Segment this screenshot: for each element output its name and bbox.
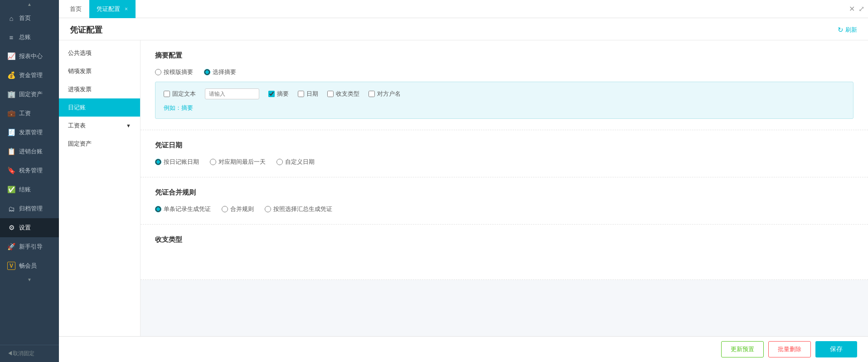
sidebar-item-settings[interactable]: ⚙ 设置: [0, 218, 59, 237]
radio-merge-rule[interactable]: 合并规则: [222, 205, 254, 213]
radio-choose-abstract-input[interactable]: [204, 69, 210, 75]
home-icon: ⌂: [7, 15, 15, 22]
radio-journal-date[interactable]: 按日记账日期: [155, 158, 199, 166]
left-nav-sales-invoice[interactable]: 销项发票: [59, 62, 140, 80]
sidebar-scroll-up[interactable]: ▲: [0, 0, 59, 9]
radio-template-abstract[interactable]: 按模版摘要: [155, 68, 193, 76]
refresh-button[interactable]: ↻ 刷新: [838, 26, 857, 34]
tab-close-icon[interactable]: ×: [125, 6, 128, 12]
refresh-icon: ↻: [838, 26, 844, 34]
merge-rules-section: 凭证合并规则 单条记录生成凭证 合并规则 按照选择汇总生成凭证: [141, 177, 868, 225]
voucher-date-title: 凭证日期: [155, 141, 853, 150]
abstract-config-row: 固定文本 摘要 日期: [164, 88, 845, 99]
sidebar-item-assets[interactable]: 🏢 固定资产: [0, 85, 59, 104]
sidebar-item-invoice-mgmt[interactable]: 🧾 发票管理: [0, 123, 59, 142]
left-nav: 公共选项 销项发票 进项发票 日记账 工资表 ▼ 固定资产: [59, 40, 141, 336]
left-nav-public[interactable]: 公共选项: [59, 44, 140, 62]
sidebar-item-purchase-sale[interactable]: 📋 进销台账: [0, 142, 59, 161]
page-header: 凭证配置 ↻ 刷新: [59, 18, 868, 40]
checkbox-income-type-input[interactable]: [327, 91, 334, 97]
radio-template-abstract-input[interactable]: [155, 69, 161, 75]
left-nav-purchase-invoice[interactable]: 进项发票: [59, 80, 140, 98]
sidebar-item-home[interactable]: ⌂ 首页: [0, 9, 59, 28]
checkbox-fixed-text-input[interactable]: [164, 91, 170, 97]
tab-bar: 首页 凭证配置 × ✕ ⤢: [59, 0, 868, 18]
batch-delete-button[interactable]: 批量删除: [768, 341, 811, 357]
capital-icon: 💰: [7, 71, 15, 79]
archive-icon: 🗂: [7, 205, 15, 213]
tab-voucher-config[interactable]: 凭证配置 ×: [89, 0, 136, 18]
bottom-bar: 更新预置 批量删除 保存: [59, 336, 868, 362]
radio-summary-generate[interactable]: 按照选择汇总生成凭证: [265, 205, 332, 213]
sidebar: ▲ ⌂ 首页 ≡ 总账 📈 报表中心 💰 资金管理 🏢 固定资产 💼 工资 🧾 …: [0, 0, 59, 362]
save-button[interactable]: 保存: [815, 341, 857, 357]
left-nav-payroll-table[interactable]: 工资表 ▼: [59, 117, 140, 135]
payroll-icon: 💼: [7, 109, 15, 117]
vip-icon: V: [7, 262, 15, 270]
radio-custom-date[interactable]: 自定义日期: [276, 158, 315, 166]
voucher-date-section: 凭证日期 按日记账日期 对应期间最后一天 自定义日期: [141, 130, 868, 177]
radio-single-record-input[interactable]: [155, 206, 161, 212]
radio-merge-rule-input[interactable]: [222, 206, 228, 212]
sidebar-item-capital[interactable]: 💰 资金管理: [0, 66, 59, 85]
sidebar-item-archive[interactable]: 🗂 归档管理: [0, 199, 59, 218]
sidebar-item-guide[interactable]: 🚀 新手引导: [0, 237, 59, 256]
checkbox-date-input[interactable]: [298, 91, 304, 97]
income-type-title: 收支类型: [155, 235, 853, 244]
sidebar-item-tax[interactable]: 🔖 税务管理: [0, 161, 59, 180]
fixed-text-input[interactable]: [205, 88, 259, 99]
main-area: 首页 凭证配置 × ✕ ⤢ 凭证配置 ↻ 刷新 公共选项: [59, 0, 868, 362]
tab-bar-actions: ✕ ⤢: [849, 5, 864, 13]
content-layout: 公共选项 销项发票 进项发票 日记账 工资表 ▼ 固定资产: [59, 40, 868, 336]
sidebar-scroll-down[interactable]: ▼: [0, 275, 59, 284]
left-nav-journal[interactable]: 日记账: [59, 98, 140, 117]
abstract-config-title: 摘要配置: [155, 51, 853, 60]
reports-icon: 📈: [7, 52, 15, 60]
chevron-down-icon: ▼: [126, 123, 131, 128]
radio-custom-date-input[interactable]: [276, 159, 283, 165]
abstract-config-box: 固定文本 摘要 日期: [155, 82, 853, 119]
purchase-sale-icon: 📋: [7, 147, 15, 156]
checkbox-abstract-input[interactable]: [268, 91, 275, 97]
merge-rules-radio-row: 单条记录生成凭证 合并规则 按照选择汇总生成凭证: [155, 205, 853, 213]
income-type-section: 收支类型: [141, 225, 868, 280]
abstract-config-section: 摘要配置 按模版摘要 选择摘要: [141, 40, 868, 130]
abstract-example-text: 例如：摘要: [164, 104, 845, 112]
update-preview-button[interactable]: 更新预置: [721, 341, 764, 357]
sidebar-item-ledger[interactable]: ≡ 总账: [0, 28, 59, 47]
radio-period-last-day-input[interactable]: [210, 159, 216, 165]
sidebar-item-reports[interactable]: 📈 报表中心: [0, 47, 59, 66]
guide-icon: 🚀: [7, 243, 15, 251]
merge-rules-title: 凭证合并规则: [155, 188, 853, 197]
settings-icon: ⚙: [7, 224, 15, 232]
page-title: 凭证配置: [70, 24, 102, 35]
radio-choose-abstract[interactable]: 选择摘要: [204, 68, 236, 76]
voucher-date-radio-row: 按日记账日期 对应期间最后一天 自定义日期: [155, 158, 853, 166]
checkbox-counterpart-input[interactable]: [369, 91, 375, 97]
page-content: 凭证配置 ↻ 刷新 公共选项 销项发票 进项发票 日记账: [59, 18, 868, 362]
checkbox-fixed-text[interactable]: 固定文本: [164, 90, 196, 98]
closing-icon: ✅: [7, 186, 15, 194]
checkbox-income-type[interactable]: 收支类型: [327, 90, 359, 98]
left-nav-fixed-assets[interactable]: 固定资产: [59, 135, 140, 153]
tab-home[interactable]: 首页: [63, 0, 89, 18]
checkbox-counterpart[interactable]: 对方户名: [369, 90, 401, 98]
tab-close-window-icon[interactable]: ✕: [849, 5, 855, 13]
sidebar-item-closing[interactable]: ✅ 结账: [0, 180, 59, 199]
radio-summary-generate-input[interactable]: [265, 206, 271, 212]
sidebar-item-vip[interactable]: V 畅会员: [0, 256, 59, 275]
radio-single-record[interactable]: 单条记录生成凭证: [155, 205, 211, 213]
tab-expand-icon[interactable]: ⤢: [858, 5, 864, 13]
sidebar-unpin-button[interactable]: ◀取消固定: [0, 345, 59, 362]
abstract-radio-row: 按模版摘要 选择摘要: [155, 68, 853, 76]
checkbox-abstract[interactable]: 摘要: [268, 90, 289, 98]
radio-journal-date-input[interactable]: [155, 159, 161, 165]
assets-icon: 🏢: [7, 90, 15, 98]
checkbox-date[interactable]: 日期: [298, 90, 318, 98]
invoice-mgmt-icon: 🧾: [7, 128, 15, 137]
radio-period-last-day[interactable]: 对应期间最后一天: [210, 158, 266, 166]
ledger-icon: ≡: [7, 34, 15, 41]
sidebar-item-payroll[interactable]: 💼 工资: [0, 104, 59, 123]
right-content: 摘要配置 按模版摘要 选择摘要: [141, 40, 868, 336]
tax-icon: 🔖: [7, 166, 15, 175]
